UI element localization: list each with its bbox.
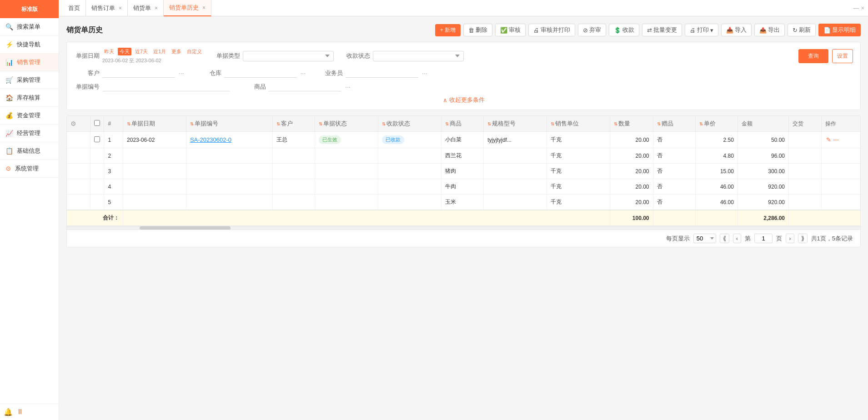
row-amount: 920.00 (738, 179, 788, 195)
page-label: 第 (745, 235, 751, 243)
last-page-btn[interactable]: ⟫ (798, 234, 808, 243)
th-qty[interactable]: ⇅数量 (610, 116, 653, 132)
tab-sales-history[interactable]: 销货单历史 × (164, 0, 211, 16)
payment-status-select[interactable] (373, 51, 464, 61)
shortcut-custom[interactable]: 自定义 (185, 48, 204, 55)
sidebar-item-basic-info[interactable]: 📋 基础信息 (0, 142, 59, 160)
chart-icon: 📊 (5, 59, 13, 66)
shortcut-more[interactable]: 更多 (170, 48, 183, 55)
select-all-checkbox[interactable] (94, 120, 100, 126)
query-button[interactable]: 查询 (798, 49, 828, 63)
th-spec[interactable]: ⇅规格型号 (484, 116, 547, 132)
tab-home[interactable]: 首页 (63, 0, 86, 16)
staff-input[interactable] (346, 69, 418, 78)
row-spec (484, 148, 547, 164)
doc-no-link[interactable]: SA-20230602-0 (190, 136, 231, 143)
import-button[interactable]: 📥 导入 (721, 24, 752, 36)
first-page-btn[interactable]: ⟪ (720, 234, 729, 243)
customer-input[interactable] (102, 69, 175, 78)
pause-icon[interactable]: ⏸ (16, 408, 24, 416)
page-number-input[interactable] (754, 234, 773, 243)
close-window-icon[interactable]: × (861, 5, 864, 11)
goods-input[interactable] (269, 82, 341, 91)
sidebar-item-sales-mgmt[interactable]: 📊 销售管理 (0, 54, 59, 71)
sidebar-item-quick-nav[interactable]: ⚡ 快捷导航 (0, 36, 59, 54)
row-goods: 猪肉 (442, 164, 484, 179)
th-unit-price[interactable]: ⇅单价 (695, 116, 738, 132)
th-gift[interactable]: ⇅赠品 (653, 116, 695, 132)
goods-dots-btn[interactable]: ··· (344, 83, 351, 90)
th-customer[interactable]: ⇅客户 (273, 116, 315, 132)
sidebar-item-purchase-mgmt[interactable]: 🛒 采购管理 (0, 71, 59, 89)
th-date[interactable]: ⇅单据日期 (123, 116, 186, 132)
audit-icon: ✅ (500, 27, 507, 34)
more-action-btn[interactable]: ⋯ (833, 136, 839, 143)
warehouse-dots-btn[interactable]: ··· (300, 70, 307, 77)
prev-page-btn[interactable]: ‹ (733, 234, 741, 243)
sort-icon: ⇅ (319, 121, 322, 126)
th-unit[interactable]: ⇅销售单位 (547, 116, 610, 132)
print-button[interactable]: 🖨 打印 ▾ (685, 24, 718, 36)
close-sales-goods-tab[interactable]: × (155, 5, 158, 11)
next-page-btn[interactable]: › (786, 234, 794, 243)
th-pay-status[interactable]: ⇅收款状态 (378, 116, 442, 132)
shortcut-yesterday[interactable]: 昨天 (102, 48, 116, 55)
refresh-button[interactable]: ↻ 刷新 (788, 24, 816, 36)
row-goods: 玉米 (442, 195, 484, 210)
tab-sales-goods-label: 销货单 (133, 4, 151, 12)
row-unit-price: 46.00 (695, 195, 738, 210)
table-row: 5 玉米 千克 20.00 否 46.00 920.00 (67, 195, 860, 210)
row-gear (67, 179, 90, 195)
collect-button[interactable]: 💲 收款 (609, 24, 639, 36)
delete-button[interactable]: 🗑 删除 (463, 24, 492, 36)
audit-print-button[interactable]: 🖨 审核并打印 (528, 24, 575, 36)
sidebar-item-operation-mgmt[interactable]: 📈 经营管理 (0, 125, 59, 142)
row-doc-status: 已生效 (315, 132, 378, 148)
sidebar-item-inventory[interactable]: 🏠 库存核算 (0, 89, 59, 107)
sidebar-item-finance-mgmt[interactable]: 💰 资金管理 (0, 107, 59, 125)
sidebar-item-search-menu[interactable]: 🔍 搜索菜单 (0, 18, 59, 36)
th-goods[interactable]: ⇅商品 (442, 116, 484, 132)
row-unit: 千克 (547, 132, 610, 148)
notification-icon[interactable]: 🔔 (4, 408, 13, 416)
th-doc-no[interactable]: ⇅单据编号 (186, 116, 272, 132)
horizontal-scrollbar[interactable] (67, 226, 860, 230)
sidebar-item-system-mgmt[interactable]: ⚙ 系统管理 (0, 160, 59, 178)
customer-dots-btn[interactable]: ··· (178, 70, 185, 77)
shortcut-1month[interactable]: 近1月 (151, 48, 168, 55)
settings-filter-button[interactable]: 设置 (832, 49, 853, 63)
collapse-btn[interactable]: ∧ 收起更多条件 (74, 96, 853, 104)
batch-change-button[interactable]: ⇄ 批量变更 (642, 24, 682, 36)
row-transaction (789, 148, 822, 164)
warehouse-input[interactable] (224, 69, 297, 78)
tab-sales-order[interactable]: 销售订单 × (86, 0, 128, 16)
close-sales-order-tab[interactable]: × (119, 5, 122, 11)
new-button[interactable]: + 新增 (435, 24, 461, 36)
staff-dots-btn[interactable]: ··· (421, 70, 428, 77)
doc-type-select[interactable] (243, 51, 334, 61)
edit-action-btn[interactable]: ✎ (826, 136, 831, 143)
cart-icon: 🛒 (5, 76, 13, 84)
customer-filter-label: 客户 (74, 69, 100, 77)
minimize-icon[interactable]: — (853, 5, 859, 11)
abandon-button[interactable]: ⊘ 弃审 (578, 24, 606, 36)
show-detail-button[interactable]: 📄 显示明细 (818, 24, 861, 36)
th-settings[interactable]: ⚙ (67, 116, 90, 132)
shortcut-today[interactable]: 今天 (118, 48, 131, 55)
export-button[interactable]: 📤 导出 (754, 24, 785, 36)
row-actions (822, 164, 860, 179)
sidebar-item-label: 基础信息 (17, 147, 40, 155)
audit-button[interactable]: ✅ 审核 (495, 24, 526, 36)
import-icon: 📥 (726, 27, 733, 34)
row-select-checkbox[interactable] (94, 136, 100, 142)
shortcut-7days[interactable]: 近7天 (133, 48, 150, 55)
th-doc-status[interactable]: ⇅单据状态 (315, 116, 378, 132)
table-settings-gear[interactable]: ⚙ (70, 120, 76, 127)
close-sales-history-tab[interactable]: × (202, 5, 206, 11)
tab-sales-goods[interactable]: 销货单 × (128, 0, 164, 16)
tab-home-label: 首页 (68, 4, 80, 12)
row-goods: 牛肉 (442, 179, 484, 195)
per-page-select[interactable]: 50 100 (693, 234, 716, 243)
warehouse-filter-label: 仓库 (196, 69, 221, 77)
doc-no-input[interactable] (102, 82, 230, 91)
